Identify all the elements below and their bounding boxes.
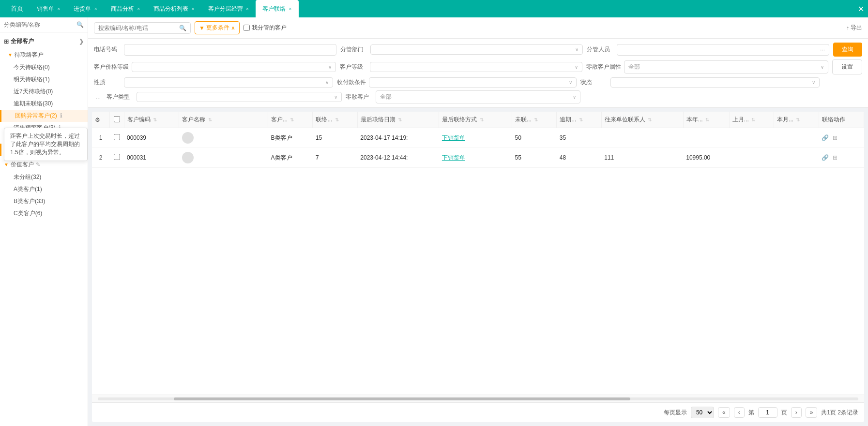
filter-status-select[interactable]: ∨ <box>610 77 820 88</box>
row-thismonth-1 <box>774 128 819 148</box>
scrollbar-thumb[interactable] <box>174 397 630 400</box>
filter-dept-select[interactable]: ∨ <box>370 44 583 55</box>
nav-product-analysis-list[interactable]: 商品分析列表 × <box>147 0 201 17</box>
nav-customer-contact[interactable]: 客户联络 × <box>256 0 298 17</box>
close-product-analysis-tab[interactable]: × <box>137 6 140 12</box>
row-contact-1: 15 <box>313 128 357 148</box>
sort-date-icon[interactable]: ⇅ <box>398 117 402 122</box>
row-no-2: 2 <box>92 148 109 168</box>
prev-page-button[interactable]: ‹ <box>734 407 745 418</box>
action-grid-icon-1[interactable]: ⊞ <box>833 134 838 141</box>
sidebar-item-today[interactable]: 今天待联络(0) <box>0 61 88 73</box>
sidebar-item-c-class[interactable]: C类客户(6) <box>0 207 88 220</box>
close-purchase-tab[interactable]: × <box>94 6 97 12</box>
query-button[interactable]: 查询 <box>833 43 862 57</box>
sort-overdue-icon[interactable]: ⇅ <box>579 117 583 122</box>
action-link-icon-2[interactable]: 🔗 <box>822 154 829 161</box>
nav-customer-tiering[interactable]: 客户分层经营 × <box>201 0 256 17</box>
action-link-icon-1[interactable]: 🔗 <box>822 134 829 141</box>
search-input[interactable] <box>98 25 179 31</box>
nav-sales[interactable]: 销售单 × <box>30 0 67 17</box>
per-page-select[interactable]: 50 <box>691 407 714 418</box>
th-name: 客户名称 ⇅ <box>179 112 268 128</box>
filter-retail-customer-label: 零散客户 <box>346 93 373 101</box>
sidebar-search-input[interactable] <box>4 21 76 28</box>
sidebar-item-b-class[interactable]: B类客户(33) <box>0 195 88 207</box>
export-icon: ↑ <box>846 25 849 31</box>
filter-customer-type-select[interactable]: ∨ <box>137 92 342 102</box>
filter-nature-select[interactable]: ∨ <box>124 77 333 88</box>
close-sales-tab[interactable]: × <box>57 6 60 12</box>
sort-contact-icon[interactable]: ⇅ <box>335 117 339 122</box>
filter-manager-select[interactable]: ··· <box>617 44 829 56</box>
sort-method-icon[interactable]: ⇅ <box>480 117 484 122</box>
sort-thismonth-icon[interactable]: ⇅ <box>796 117 800 122</box>
th-uncontacted: 未联... ⇅ <box>512 112 556 128</box>
sort-uncontacted-icon[interactable]: ⇅ <box>534 117 538 122</box>
active-sidebar-indicator <box>0 144 1 156</box>
row-1-checkbox[interactable] <box>114 134 120 140</box>
action-icons-1: 🔗 ⊞ <box>822 134 861 141</box>
row-no-1: 1 <box>92 128 109 148</box>
info-icon: ℹ <box>60 112 62 119</box>
sort-lastmonth-icon[interactable]: ⇅ <box>751 117 755 122</box>
sidebar-item-tomorrow[interactable]: 明天待联络(1) <box>0 73 88 86</box>
method-link-1[interactable]: 下销货单 <box>442 134 465 141</box>
sort-related-icon[interactable]: ⇅ <box>648 117 652 122</box>
avatar-2 <box>182 152 194 163</box>
sidebar-search-icon[interactable]: 🔍 <box>76 21 84 28</box>
close-all-tabs[interactable]: ✕ <box>858 4 864 14</box>
more-conditions-button[interactable]: ▼ 更多条件 ∧ <box>195 21 240 34</box>
filter-retail-attr-select[interactable]: 全部 ∨ <box>624 60 828 73</box>
my-customers-checkbox[interactable] <box>244 25 250 31</box>
row-thisyear-2: 10995.00 <box>683 148 729 168</box>
close-customer-contact-tab[interactable]: × <box>289 6 291 12</box>
filter-payment-select[interactable]: ∨ <box>369 77 576 88</box>
close-product-list-tab[interactable]: × <box>191 6 194 12</box>
last-page-button[interactable]: » <box>806 407 818 418</box>
setting-button[interactable]: 设置 <box>832 59 862 74</box>
filter-customer-grade-select[interactable]: ∨ <box>370 62 582 72</box>
method-link-2[interactable]: 下销货单 <box>442 154 465 161</box>
filter-retail-customer: 零散客户 全部 ∨ <box>346 90 581 103</box>
sidebar-item-a-class[interactable]: A类客户(1) <box>0 183 88 195</box>
filter-icon: ▼ <box>199 25 205 31</box>
filter-ellipsis[interactable]: ... <box>94 94 103 101</box>
edit-icon[interactable]: ✎ <box>36 162 40 168</box>
current-page-input[interactable] <box>758 407 777 418</box>
sidebar-group-pending[interactable]: ▼ 待联络客户 <box>0 48 88 61</box>
sidebar-item-7days[interactable]: 近7天待联络(0) <box>0 86 88 98</box>
horizontal-scrollbar[interactable] <box>92 395 864 402</box>
export-button[interactable]: ↑ 导出 <box>846 24 862 32</box>
next-page-button[interactable]: › <box>791 407 802 418</box>
sort-code-icon[interactable]: ⇅ <box>153 117 157 122</box>
row-2-checkbox[interactable] <box>114 154 120 160</box>
nav-product-analysis[interactable]: 商品分析 × <box>104 0 147 17</box>
select-all-checkbox[interactable] <box>114 116 120 122</box>
first-page-button[interactable]: « <box>718 407 730 418</box>
row-type-2: A类客户 <box>268 148 313 168</box>
action-grid-icon-2[interactable]: ⊞ <box>833 154 838 161</box>
sidebar-all-customers[interactable]: ⊞ 全部客户 ❯ <box>0 34 88 48</box>
sidebar-item-ungrouped[interactable]: 未分组(32) <box>0 171 88 183</box>
filter-retail-customer-select[interactable]: 全部 ∨ <box>376 90 581 103</box>
nav-home[interactable]: 首页 <box>4 0 30 17</box>
filter-phone-input[interactable] <box>128 46 332 53</box>
row-name-2 <box>179 148 268 168</box>
row-thismonth-2 <box>774 148 819 168</box>
triangle-down-icon: ▼ <box>4 162 9 167</box>
sidebar-item-repurchase-abnormal[interactable]: 回购异常客户(2) ℹ <box>0 110 88 122</box>
filter-price-grade-select[interactable]: ∨ <box>132 62 336 72</box>
sort-name-icon[interactable]: ⇅ <box>208 117 212 122</box>
nav-purchase[interactable]: 进货单 × <box>67 0 104 17</box>
filter-price-grade-label: 客户价格等级 <box>94 63 129 71</box>
sort-year-icon[interactable]: ⇅ <box>705 117 709 122</box>
sidebar-item-overdue[interactable]: 逾期未联络(30) <box>0 98 88 110</box>
row-checkbox-2 <box>109 148 124 168</box>
row-actions-2: 🔗 ⊞ <box>819 148 864 168</box>
table-scroll[interactable]: ⚙ 客户编码 ⇅ 客户名称 ⇅ <box>92 112 864 395</box>
close-customer-tiering-tab[interactable]: × <box>246 6 249 12</box>
sort-type-icon[interactable]: ⇅ <box>290 117 294 122</box>
row-related-2: 111 <box>601 148 683 168</box>
settings-icon[interactable]: ⚙ <box>95 117 100 123</box>
